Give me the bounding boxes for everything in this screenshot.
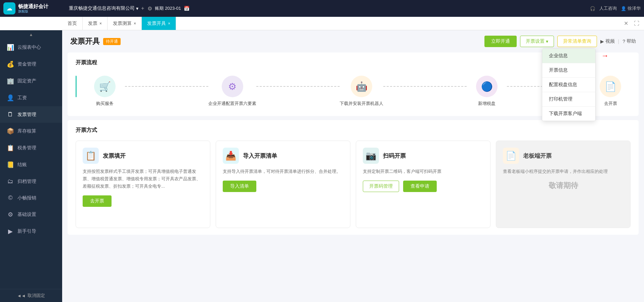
sidebar-item-payroll[interactable]: 👤 工资: [0, 89, 62, 106]
fill-desc: 支持按照发票样式手工填开发票；可开具增值税电子普通发票、增值税普通发票、增值税专…: [83, 168, 203, 190]
exception-btn[interactable]: 异常清单查询: [557, 36, 597, 47]
close-tab-btn[interactable]: ✕: [621, 19, 631, 28]
chevron-down-icon[interactable]: ▾: [136, 6, 138, 11]
scan-header: 📷 扫码开票: [363, 148, 483, 164]
sidebar-item-guide[interactable]: ▶ 新手引导: [0, 223, 62, 240]
calendar-icon[interactable]: 📅: [184, 6, 189, 11]
scan-desc: 支持定制开票二维码，客户端可扫码开票: [363, 168, 483, 175]
buy-service-icon: 🛒: [94, 76, 116, 97]
sidebar-item-inventory[interactable]: 📦 库存核算: [0, 123, 62, 140]
username: 徐泽华: [628, 5, 641, 11]
top-right: 🎧 人工咨询 👤 徐泽华: [590, 5, 641, 11]
company-name: 重庆畅捷交通信息咨询有限公司: [69, 5, 135, 11]
support-label[interactable]: 人工咨询: [599, 5, 617, 11]
sidebar-item-archive[interactable]: 🗂 归档管理: [0, 173, 62, 190]
chevron-down-settings-icon: ▾: [546, 39, 548, 44]
pin-icon: ◄◄: [17, 293, 26, 298]
fill-icon: 📋: [83, 148, 99, 164]
tab-invoice-issue[interactable]: 发票开具 ×: [142, 17, 176, 30]
top-center: 重庆畅捷交通信息咨询有限公司 ▾ + ⚙ 账期 2023-01 📅: [66, 5, 590, 12]
cloud-report-icon: 📊: [7, 44, 14, 51]
sidebar-scroll-up[interactable]: ▲: [0, 30, 62, 39]
add-icon[interactable]: +: [141, 5, 144, 11]
user-area[interactable]: 👤 徐泽华: [621, 5, 641, 11]
checkout-icon: 📒: [7, 161, 14, 168]
invoice-mgmt-icon: 🗒: [7, 111, 14, 118]
fill-title: 发票填开: [103, 152, 126, 160]
cancel-fixed-btn[interactable]: ◄◄ 取消固定: [0, 289, 62, 302]
method-card-import: 📥 导入开票清单 支持导入待开票清单，可对待开票清单进行拆分、合并处理。 导入清…: [216, 141, 350, 228]
flow-step-buy: 🛒 购买服务: [85, 76, 125, 107]
methods-grid: 📋 发票填开 支持按照发票样式手工填开发票；可开具增值税电子普通发票、增值税普通…: [76, 141, 631, 228]
dropdown-item-tax-disk[interactable]: 配置税盘信息: [542, 78, 595, 92]
method-card-scan: 📷 扫码开票 支持定制开票二维码，客户端可扫码开票 开票码管理 查看申请: [356, 141, 490, 228]
archive-icon: 🗂: [7, 178, 14, 185]
flow-step-download: 🤖 下载并安装开票机器人: [340, 76, 383, 107]
download-install-icon: 🤖: [351, 76, 372, 97]
methods-title: 开票方式: [76, 127, 631, 134]
close-invoice-calc-tab[interactable]: ×: [134, 21, 136, 26]
settings-dropdown: 企业信息 → 开票信息 配置税盘信息 打印机管理 下载开票客户端: [542, 48, 596, 121]
dropdown-item-download-client[interactable]: 下载开票客户端: [542, 107, 595, 121]
headset-icon: 🎧: [590, 6, 595, 11]
logo-text: 畅捷通好会计 旗舰版: [18, 3, 48, 13]
dropdown-item-invoice-info[interactable]: 开票信息: [542, 63, 595, 78]
close-invoice-tab[interactable]: ×: [99, 21, 102, 26]
close-invoice-issue-tab[interactable]: ×: [168, 21, 170, 26]
sidebar-item-cloud-report[interactable]: 📊 云报表中心: [0, 39, 62, 56]
download-install-label: 下载并安装开票机器人: [340, 101, 383, 107]
sidebar-item-fixed-assets[interactable]: 🏢 固定资产: [0, 73, 62, 89]
config-enterprise-label: 企业开通配置开票六要素: [208, 101, 256, 107]
app-subtitle: 旗舰版: [18, 9, 48, 13]
sidebar-item-checkout[interactable]: 📒 结账: [0, 156, 62, 173]
sidebar-item-settings[interactable]: ⚙ 基础设置: [0, 206, 62, 223]
settings-icon[interactable]: ⚙: [147, 5, 152, 12]
import-btn[interactable]: 导入清单: [223, 181, 256, 192]
top-icons: + ⚙: [141, 5, 152, 12]
settings-btn[interactable]: 开票设置 ▾: [520, 36, 554, 47]
tab-invoice-calc[interactable]: 发票测算 ×: [108, 17, 142, 30]
sidebar-item-invoice-mgmt[interactable]: 🗒 发票管理: [0, 106, 62, 123]
go-invoice-label: 去开票: [604, 101, 617, 107]
tab-home[interactable]: 首页: [62, 17, 83, 30]
dropdown-item-printer[interactable]: 打印机管理: [542, 92, 595, 107]
boss-title: 老板端开票: [523, 152, 552, 160]
play-circle-icon: ▶: [600, 39, 604, 44]
fill-go-btn[interactable]: 去开票: [83, 195, 112, 207]
activate-btn[interactable]: 立即开通: [484, 36, 517, 47]
tab-invoice[interactable]: 发票 ×: [83, 17, 108, 30]
scan-view-apply-btn[interactable]: 查看申请: [403, 181, 437, 192]
scan-code-mgmt-btn[interactable]: 开票码管理: [363, 181, 399, 192]
fill-header: 📋 发票填开: [83, 148, 203, 164]
expense-icon: ©: [7, 194, 14, 201]
sidebar-item-fund-mgmt[interactable]: 💰 资金管理: [0, 56, 62, 73]
guide-icon: ▶: [7, 228, 14, 235]
sidebar-item-tax-mgmt[interactable]: 📋 税务管理: [0, 140, 62, 156]
fund-mgmt-icon: 💰: [7, 61, 14, 68]
flow-step-config: ⚙ 企业开通配置开票六要素: [208, 76, 256, 107]
dropdown-item-company-info[interactable]: 企业信息 →: [542, 49, 595, 63]
boss-header: 📄 老板端开票: [503, 148, 624, 164]
maximize-btn[interactable]: ⛶: [632, 19, 641, 28]
app-title: 畅捷通好会计: [18, 3, 48, 9]
method-card-fill: 📋 发票填开 支持按照发票样式手工填开发票；可开具增值税电子普通发票、增值税普通…: [76, 141, 210, 228]
period-label: 账期 2023-01: [155, 5, 181, 11]
add-taxdisk-icon: 🔵: [476, 76, 498, 97]
avatar-icon: 👤: [621, 6, 626, 11]
help-btn[interactable]: ? 帮助: [622, 38, 636, 44]
video-btn[interactable]: ▶ 视频: [600, 38, 615, 44]
inventory-icon: 📦: [7, 127, 14, 135]
import-desc: 支持导入待开票清单，可对待开票清单进行拆分、合并处理。: [223, 168, 343, 175]
page-title: 发票开具: [70, 36, 100, 46]
sidebar-item-expense[interactable]: © 小畅报销: [0, 190, 62, 206]
logo-area: ☁ 畅捷通好会计 旗舰版: [3, 2, 66, 14]
import-header: 📥 导入开票清单: [223, 148, 343, 164]
connector-3: [383, 86, 467, 87]
method-card-boss: 📄 老板端开票 查看老板端小程序提交的开票申请，并作出相应的处理 敬请期待: [496, 141, 631, 228]
buy-service-label: 购买服务: [96, 101, 114, 107]
boss-icon: 📄: [503, 148, 519, 164]
red-arrow-icon: →: [601, 51, 609, 60]
company-selector[interactable]: 重庆畅捷交通信息咨询有限公司 ▾: [69, 5, 138, 11]
app-logo-icon: ☁: [3, 2, 15, 14]
import-title: 导入开票清单: [243, 152, 277, 160]
